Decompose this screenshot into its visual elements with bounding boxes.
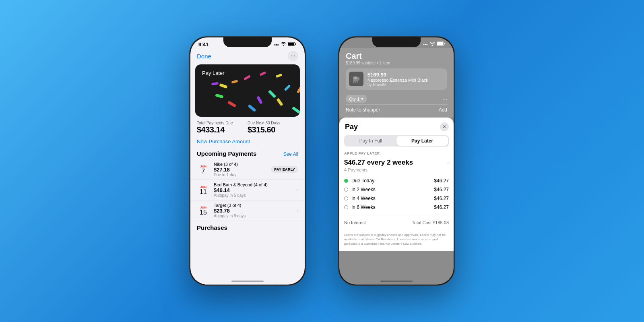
- svg-rect-1: [288, 43, 294, 45]
- schedule-dot-6weeks: [344, 205, 348, 209]
- cart-section: Cart $189.99 subtotal • 1 item $169.99 N…: [339, 48, 454, 118]
- home-indicator-2: [380, 281, 413, 282]
- wifi-icon: [281, 42, 286, 47]
- due-next-value: $315.60: [248, 125, 298, 134]
- screen-content-1: Done ···: [190, 49, 305, 282]
- pay-later-amount-row[interactable]: $46.27 every 2 weeks ›: [344, 159, 449, 167]
- card-logo-text: Pay Later: [202, 70, 225, 76]
- no-interest-row: No Interest Total Cost $185.08: [344, 219, 449, 227]
- cart-controls: Qty 1 ▾ ···: [346, 93, 447, 104]
- see-all-link[interactable]: See All: [283, 151, 298, 157]
- total-cost-label: Total Cost $185.08: [412, 220, 449, 225]
- note-label: Note to shopper: [346, 107, 380, 113]
- cart-item: $169.99 Nespresso Essenza Mini Black by …: [346, 68, 447, 90]
- svg-rect-3: [437, 42, 443, 45]
- svg-rect-8: [356, 81, 357, 83]
- upcoming-header: Upcoming Payments See All: [190, 148, 305, 159]
- notch: [223, 37, 272, 47]
- payment-info-nike: Nike (3 of 4) $27.18 Due in 1 day: [214, 162, 267, 177]
- battery-icon-2: [437, 41, 446, 47]
- svg-rect-7: [354, 81, 355, 83]
- payment-info-target: Target (3 of 4) $23.78 Autopay in 9 days: [214, 203, 293, 218]
- total-payments-label: Total Payments Due: [197, 121, 248, 125]
- apple-pay-logo: Pay: [344, 123, 358, 131]
- stats-row: Total Payments Due $433.14 Due Next 30 D…: [190, 117, 305, 137]
- schedule-dot-2weeks: [344, 188, 348, 192]
- schedule-dot-4weeks: [344, 196, 348, 200]
- more-options-icon[interactable]: ···: [442, 96, 447, 102]
- product-name: Nespresso Essenza Mini Black: [367, 78, 444, 83]
- divider: [344, 215, 449, 215]
- qty-label: Qty 1: [349, 97, 359, 101]
- phone-1: 9:41 ▪▪▪ Done ···: [189, 36, 306, 286]
- payment-item-bbb[interactable]: JUN 11 Bed Bath & Beyond (4 of 4) $46.14…: [190, 180, 305, 200]
- date-badge-jun7: JUN 7: [197, 165, 210, 175]
- close-sheet-button[interactable]: ✕: [440, 122, 449, 131]
- nav-bar-1: Done ···: [190, 49, 305, 64]
- due-next-block: Due Next 30 Days $315.60: [248, 121, 298, 134]
- payment-item-nike[interactable]: JUN 7 Nike (3 of 4) $27.18 Due in 1 day …: [190, 159, 305, 180]
- svg-rect-5: [354, 77, 357, 79]
- status-icons-2: ▪▪▪: [423, 41, 446, 47]
- qty-chevron-icon: ▾: [361, 96, 363, 101]
- product-price: $169.99: [367, 72, 444, 78]
- tab-pay-later[interactable]: Pay Later: [396, 136, 448, 146]
- schedule-row-6weeks: In 6 Weeks $46.27: [344, 203, 449, 212]
- disclaimer-text: Loans are subject to eligibility checks …: [344, 230, 449, 246]
- chevron-icon-bbb: ›: [297, 187, 298, 193]
- note-add-button[interactable]: Add: [439, 107, 447, 113]
- payment-tab-group: Pay In Full Pay Later: [344, 135, 449, 147]
- signal-icon: ▪▪▪: [274, 42, 279, 47]
- phone-2: ▪▪▪ Cart $189.99 subtotal • 1 item: [338, 36, 455, 286]
- status-time-1: 9:41: [198, 41, 208, 47]
- status-icons-1: ▪▪▪: [274, 42, 297, 47]
- wifi-icon-2: [429, 42, 435, 47]
- total-payments-value: $433.14: [197, 125, 248, 134]
- schedule-row-2weeks: In 2 Weeks $46.27: [344, 185, 449, 194]
- cart-subtitle: $189.99 subtotal • 1 item: [346, 61, 447, 65]
- schedule-row-today: Due Today $46.27: [344, 176, 449, 185]
- amount-chevron-icon: ›: [447, 160, 449, 165]
- apple-pay-later-label: APPLE PAY LATER: [344, 151, 449, 155]
- payments-count: 4 Payments: [344, 167, 449, 172]
- product-brand: by Braville: [367, 83, 444, 87]
- total-payments-block: Total Payments Due $433.14: [197, 121, 248, 134]
- qty-selector[interactable]: Qty 1 ▾: [346, 95, 367, 103]
- schedule-dot-today: [344, 179, 348, 183]
- apple-pay-sheet: Pay ✕ Pay In Full Pay Later APPLE PAY LA…: [339, 118, 454, 251]
- sheet-header: Pay ✕: [344, 122, 449, 131]
- new-purchase-link[interactable]: New Purchase Amount: [190, 137, 305, 148]
- upcoming-title: Upcoming Payments: [197, 150, 256, 157]
- note-row: Note to shopper Add: [346, 104, 447, 114]
- pay-later-card: Pay Later: [195, 64, 300, 117]
- cart-title: Cart: [346, 52, 447, 61]
- more-button[interactable]: ···: [288, 51, 298, 61]
- notch-2: [372, 37, 421, 47]
- date-badge-jun15: JUN 15: [197, 206, 210, 216]
- schedule-row-4weeks: In 4 Weeks $46.27: [344, 194, 449, 203]
- pay-early-button[interactable]: PAY EARLY: [271, 166, 298, 173]
- svg-rect-6: [358, 77, 359, 80]
- chevron-icon-target: ›: [297, 208, 298, 213]
- payment-item-target[interactable]: JUN 15 Target (3 of 4) $23.78 Autopay in…: [190, 200, 305, 221]
- date-badge-jun11: JUN 11: [197, 185, 210, 195]
- apple-pay-text: Pay: [345, 123, 358, 131]
- product-image: [349, 72, 363, 86]
- no-interest-label: No Interest: [344, 220, 366, 225]
- card-logo: Pay Later: [201, 70, 225, 76]
- payment-info-bbb: Bed Bath & Beyond (4 of 4) $46.14 Autopa…: [214, 182, 293, 198]
- tab-pay-in-full[interactable]: Pay In Full: [345, 136, 396, 146]
- signal-icon-2: ▪▪▪: [423, 42, 428, 47]
- done-button[interactable]: Done: [197, 53, 211, 60]
- battery-icon: [288, 42, 297, 47]
- purchases-section-title: Purchases: [190, 221, 305, 233]
- pay-later-amount-text: $46.27 every 2 weeks: [344, 159, 413, 167]
- due-next-label: Due Next 30 Days: [248, 121, 298, 125]
- home-indicator-1: [231, 281, 264, 282]
